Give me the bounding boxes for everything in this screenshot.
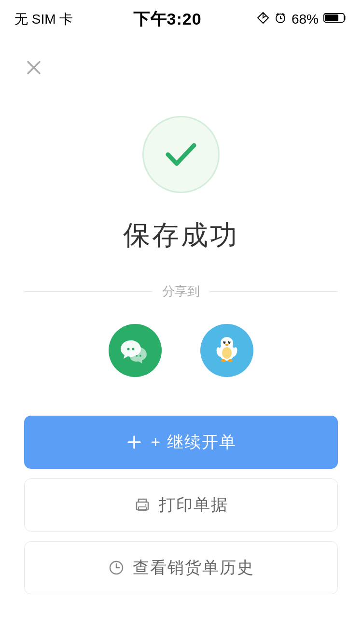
alarm-icon <box>274 12 287 28</box>
battery-text: 68% <box>292 12 319 27</box>
battery-icon <box>323 12 348 28</box>
share-label: 分享到 <box>162 283 200 300</box>
share-row <box>109 324 253 377</box>
wechat-share-button[interactable] <box>109 324 162 377</box>
share-divider: 分享到 <box>24 283 338 300</box>
svg-point-22 <box>145 504 147 506</box>
history-button[interactable]: 查看销货单历史 <box>24 541 338 594</box>
status-right: 68% <box>257 12 348 28</box>
svg-point-5 <box>132 348 135 350</box>
carrier-text: 无 SIM 卡 <box>14 10 73 28</box>
actions-container: + 继续开单 打印单据 查看销货单历史 <box>24 416 338 594</box>
divider-line-right <box>209 291 338 292</box>
divider-line-left <box>24 291 153 292</box>
svg-point-4 <box>127 348 130 350</box>
svg-point-11 <box>228 341 231 344</box>
svg-point-15 <box>222 347 232 359</box>
svg-rect-3 <box>325 14 338 21</box>
status-time: 下午3:20 <box>133 8 202 30</box>
main-content: 保存成功 分享到 <box>0 87 362 594</box>
history-label: 查看销货单历史 <box>133 557 254 579</box>
continue-button[interactable]: + 继续开单 <box>24 416 338 469</box>
svg-point-14 <box>225 344 229 346</box>
close-button[interactable] <box>14 48 53 87</box>
continue-label: + 继续开单 <box>151 431 236 453</box>
svg-point-18 <box>221 359 226 362</box>
svg-point-10 <box>223 341 226 344</box>
svg-point-12 <box>224 341 225 342</box>
success-title: 保存成功 <box>123 217 239 254</box>
print-button[interactable]: 打印单据 <box>24 478 338 532</box>
svg-point-19 <box>228 359 233 362</box>
svg-point-13 <box>229 341 230 342</box>
location-icon <box>257 12 269 28</box>
svg-point-6 <box>136 355 138 357</box>
svg-point-7 <box>139 355 141 357</box>
status-bar: 无 SIM 卡 下午3:20 68% <box>0 0 362 39</box>
success-icon-circle <box>142 116 220 193</box>
print-label: 打印单据 <box>159 494 228 516</box>
qq-share-button[interactable] <box>200 324 253 377</box>
status-left: 无 SIM 卡 <box>14 10 78 28</box>
